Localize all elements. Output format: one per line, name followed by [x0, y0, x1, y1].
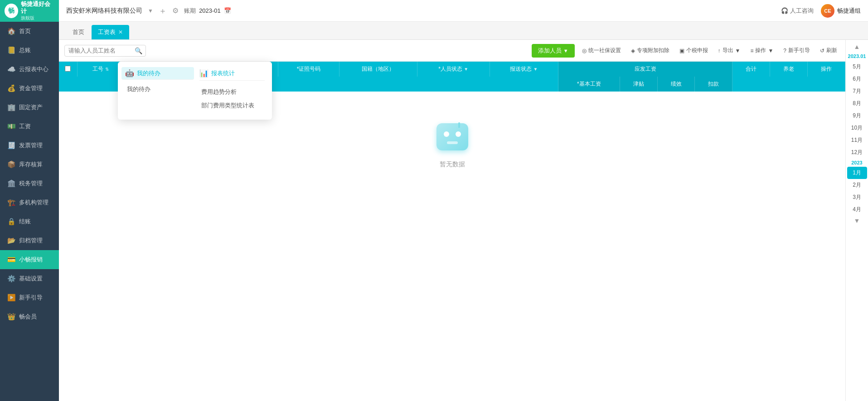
topbar-service-button[interactable]: 🎧 人工咨询 — [781, 7, 814, 15]
month-item-10月[interactable]: 10月 — [847, 122, 867, 134]
sidebar-label-close: 结账 — [19, 217, 31, 226]
dropdown-item-expense-trend[interactable]: 费用趋势分析 — [199, 85, 265, 99]
sidebar-item-new-guide[interactable]: ▶️新手引导 — [0, 288, 59, 307]
social-insurance-button[interactable]: ◎ 统一社保设置 — [579, 45, 624, 56]
th-payroll-group: 应发工资 — [558, 62, 732, 77]
tab-close-salary-table[interactable]: ✕ — [118, 29, 123, 35]
th-base-salary: *基本工资 — [558, 77, 620, 92]
dropdown-col-report: 📊 报表统计 费用趋势分析 部门费用类型统计表 — [199, 69, 265, 112]
sidebar-label-inventory: 库存核算 — [19, 160, 43, 169]
operations-button[interactable]: ≡ 操作 ▼ — [747, 45, 776, 56]
tabbar: 首页工资表✕ — [59, 22, 868, 40]
topbar-add-button[interactable]: ＋ — [159, 5, 167, 16]
select-all-checkbox[interactable] — [65, 66, 71, 72]
deduction-button[interactable]: ◈ 专项附加扣除 — [628, 45, 672, 56]
toolbar-right: 添加人员 ▼ ◎ 统一社保设置 ◈ 专项附加扣除 ▣ 个税申报 — [532, 44, 840, 58]
th-pension: 养老 — [770, 62, 808, 77]
operations-arrow: ▼ — [768, 48, 773, 54]
tab-home[interactable]: 首页 — [66, 25, 91, 39]
export-button[interactable]: ↑ 导出 ▼ — [715, 45, 743, 56]
logo-icon: 畅 — [5, 4, 18, 18]
robot-eye-left — [444, 131, 449, 137]
month-item-8月[interactable]: 8月 — [847, 97, 867, 110]
sidebar-item-fund[interactable]: 💰资金管理 — [0, 79, 59, 98]
sidebar-icon-tax: 🏛️ — [7, 179, 15, 188]
sidebar-item-multi-org[interactable]: 🏗️多机构管理 — [0, 193, 59, 212]
th-status: *人员状态 ▼ — [417, 62, 490, 77]
topbar-period-label: 账期 2023-01 📅 — [184, 7, 231, 15]
th-checkbox[interactable] — [59, 62, 77, 77]
month-item-2023-4月[interactable]: 4月 — [847, 203, 867, 216]
tab-label-home: 首页 — [73, 28, 84, 36]
search-box: 🔍 — [64, 45, 146, 57]
month-nav-up[interactable]: ▲ — [850, 42, 864, 52]
dropdown-col-report-header[interactable]: 📊 报表统计 — [199, 69, 265, 81]
report-status-filter-icon[interactable]: ▼ — [533, 67, 538, 72]
month-item-11月[interactable]: 11月 — [847, 134, 867, 146]
status-filter-icon[interactable]: ▼ — [464, 67, 468, 72]
month-item-6月[interactable]: 6月 — [847, 73, 867, 85]
deduction-icon: ◈ — [631, 48, 635, 54]
sidebar-icon-fund: 💰 — [7, 84, 15, 92]
company-dropdown-arrow[interactable]: ▼ — [148, 8, 153, 14]
sidebar-icon-ledger: 📒 — [7, 46, 15, 54]
refresh-button[interactable]: ↺ 刷新 — [817, 45, 840, 56]
sidebar-item-ledger[interactable]: 📒总账 — [0, 41, 59, 60]
sidebar-item-close[interactable]: 🔒结账 — [0, 212, 59, 231]
dropdown-item-dept-expense[interactable]: 部门费用类型统计表 — [199, 99, 265, 112]
add-person-button[interactable]: 添加人员 ▼ — [532, 44, 575, 58]
sidebar-item-invoice[interactable]: 🧾发票管理 — [0, 136, 59, 155]
month-item-5月[interactable]: 5月 — [847, 61, 867, 73]
th-cert-no: *证照号码 — [278, 62, 339, 77]
sidebar-icon-fixed-asset: 🏢 — [7, 103, 15, 111]
empty-icon — [430, 119, 475, 155]
topbar: 西安虾米网络科技有限公司 ▼ ＋ ⚙ 账期 2023-01 📅 🎧 人工咨询 C… — [59, 0, 868, 22]
month-item-2023-2月[interactable]: 2月 — [847, 179, 867, 191]
sidebar-item-basic-settings[interactable]: ⚙️基础设置 — [0, 269, 59, 288]
month-item-12月[interactable]: 12月 — [847, 146, 867, 159]
company-name: 西安虾米网络科技有限公司 — [66, 7, 142, 15]
sidebar-label-tax: 税务管理 — [19, 179, 43, 188]
sidebar-item-inventory[interactable]: 📦库存核算 — [0, 155, 59, 174]
month-item-9月[interactable]: 9月 — [847, 110, 867, 122]
topbar-settings-icon[interactable]: ⚙ — [172, 6, 179, 15]
tab-salary-table[interactable]: 工资表✕ — [92, 25, 129, 39]
sidebar-item-home[interactable]: 🏠首页 — [0, 22, 59, 41]
emp-id-sort-icon[interactable]: ⇅ — [105, 67, 109, 72]
dropdown-item-my-todo[interactable]: 我的待办 — [125, 82, 190, 96]
new-guide-button[interactable]: ? 新手引导 — [781, 45, 813, 56]
topbar-right: 🎧 人工咨询 CE 畅捷通组 — [781, 4, 861, 18]
user-name: 畅捷通组 — [837, 7, 861, 15]
dropdown-overlay: 🤖 我的待办 我的待办 📊 报表统计 费用趋势分析 部门费用类型统计表 — [118, 62, 272, 120]
headphone-icon: 🎧 — [781, 7, 788, 14]
tax-report-button[interactable]: ▣ 个税申报 — [677, 45, 711, 56]
month-item-7月[interactable]: 7月 — [847, 85, 867, 97]
sidebar-item-fixed-asset[interactable]: 🏢固定资产 — [0, 98, 59, 117]
topbar-calendar-icon[interactable]: 📅 — [224, 7, 231, 14]
sidebar-label-archive: 归档管理 — [19, 237, 43, 245]
add-person-arrow: ▼ — [563, 48, 568, 53]
sidebar-icon-member: 👑 — [7, 313, 15, 321]
month-panel: ▲ 2023.01 5月6月7月8月9月10月11月12月20231月2月3月4… — [845, 40, 868, 401]
month-item-2023-3月[interactable]: 3月 — [847, 191, 867, 203]
month-item-2023-1月[interactable]: 1月 — [847, 167, 867, 179]
sidebar-icon-cloud-report: ☁️ — [7, 65, 15, 73]
sidebar-item-salary[interactable]: 💵工资 — [0, 117, 59, 136]
year-label-2023: 2023 — [850, 159, 863, 167]
sidebar-item-xiaochang[interactable]: 💳小畅报销 — [0, 250, 59, 269]
sidebar-item-member[interactable]: 👑畅会员 — [0, 307, 59, 326]
robot-eye-right — [456, 131, 461, 137]
topbar-user-button[interactable]: CE 畅捷通组 — [821, 4, 861, 18]
search-input[interactable] — [68, 47, 132, 54]
sidebar-item-archive[interactable]: 📂归档管理 — [0, 231, 59, 250]
sidebar-item-tax[interactable]: 🏛️税务管理 — [0, 174, 59, 193]
sidebar-item-cloud-report[interactable]: ☁️云报表中心 — [0, 60, 59, 79]
month-nav-down[interactable]: ▼ — [850, 216, 864, 226]
th-total: 合计 — [732, 62, 770, 77]
sidebar-label-fund: 资金管理 — [19, 84, 43, 92]
sidebar-label-salary: 工资 — [19, 122, 31, 130]
sidebar-label-multi-org: 多机构管理 — [19, 198, 48, 207]
sidebar-label-fixed-asset: 固定资产 — [19, 103, 43, 111]
th-deduct: 扣款 — [695, 77, 732, 92]
dropdown-col-todo-header[interactable]: 🤖 我的待办 — [121, 67, 194, 80]
